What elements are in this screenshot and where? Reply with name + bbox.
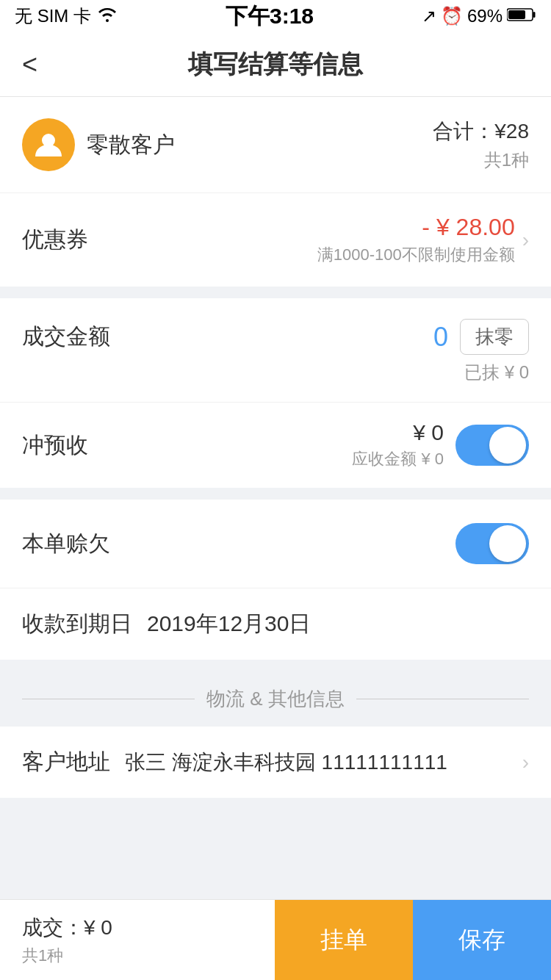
prereceive-label: 冲预收 xyxy=(22,430,88,461)
divider-line-right xyxy=(356,699,529,699)
back-button[interactable]: < xyxy=(22,49,37,80)
bottom-count: 共1种 xyxy=(22,945,253,967)
bottom-btn-group: 挂单 保存 xyxy=(275,900,551,980)
prereceive-toggle[interactable] xyxy=(455,425,529,466)
duedate-label: 收款到期日 xyxy=(22,609,132,639)
bottom-bar: 成交：¥ 0 共1种 挂单 保存 xyxy=(0,899,551,980)
coupon-row[interactable]: 优惠券 - ¥ 28.00 满1000-100不限制使用金额 › xyxy=(0,192,551,287)
bottom-info: 成交：¥ 0 共1种 xyxy=(0,914,275,967)
battery-percent: 69% xyxy=(467,6,503,26)
amount-row: 成交金额 0 抹零 xyxy=(0,298,551,361)
transaction-section: 成交金额 0 抹零 已抹 ¥ 0 冲预收 ¥ 0 应收金额 ¥ 0 xyxy=(0,298,551,488)
page-content: 零散客户 合计：¥28 共1种 优惠券 - ¥ 28.00 满1000-100不… xyxy=(0,97,551,893)
prereceive-row: 冲预收 ¥ 0 应收金额 ¥ 0 xyxy=(0,402,551,488)
customer-section: 零散客户 合计：¥28 共1种 优惠券 - ¥ 28.00 满1000-100不… xyxy=(0,97,551,287)
customer-count: 共1种 xyxy=(433,148,529,172)
duedate-row: 收款到期日 2019年12月30日 xyxy=(0,588,551,660)
debt-section: 本单赊欠 收款到期日 2019年12月30日 xyxy=(0,500,551,660)
amount-sub: 已抹 ¥ 0 xyxy=(0,361,551,402)
customer-right: 合计：¥28 共1种 xyxy=(433,118,529,172)
customer-name: 零散客户 xyxy=(87,130,175,160)
wifi-icon xyxy=(97,6,118,26)
debt-toggle[interactable] xyxy=(455,523,529,564)
customer-total: 合计：¥28 xyxy=(433,118,529,145)
coupon-desc: 满1000-100不限制使用金额 xyxy=(317,244,515,266)
svg-rect-2 xyxy=(508,10,525,19)
bottom-transaction-value: ¥ 0 xyxy=(84,916,112,939)
prereceive-amount: ¥ 0 xyxy=(352,420,444,445)
debt-label: 本单赊欠 xyxy=(22,529,110,559)
svg-rect-1 xyxy=(533,12,535,18)
avatar xyxy=(22,118,75,171)
alarm-icon: ⏰ xyxy=(441,6,463,26)
battery-icon xyxy=(507,6,536,26)
location-icon: ↗ xyxy=(422,6,436,26)
coupon-label: 优惠券 xyxy=(22,225,88,255)
divider-line-left xyxy=(22,699,195,699)
round-button[interactable]: 抹零 xyxy=(460,319,529,355)
status-right: ↗ ⏰ 69% xyxy=(422,6,536,26)
amount-right: 0 抹零 xyxy=(433,319,529,355)
logistics-divider: 物流 & 其他信息 xyxy=(0,671,551,727)
bottom-transaction-label: 成交： xyxy=(22,916,84,939)
status-left: 无 SIM 卡 xyxy=(15,4,118,28)
address-value: 张三 海淀永丰科技园 11111111111 xyxy=(125,749,522,777)
status-bar: 无 SIM 卡 下午3:18 ↗ ⏰ 69% xyxy=(0,0,551,32)
nav-bar: < 填写结算等信息 xyxy=(0,32,551,97)
coupon-right: - ¥ 28.00 满1000-100不限制使用金额 › xyxy=(317,214,529,266)
no-sim-text: 无 SIM 卡 xyxy=(15,4,91,28)
address-chevron-icon: › xyxy=(522,751,529,774)
chevron-right-icon: › xyxy=(522,228,529,252)
prereceive-right: ¥ 0 应收金额 ¥ 0 xyxy=(352,420,529,470)
customer-row: 零散客户 合计：¥28 共1种 xyxy=(0,97,551,192)
address-row[interactable]: 客户地址 张三 海淀永丰科技园 11111111111 › xyxy=(0,727,551,798)
nav-title: 填写结算等信息 xyxy=(188,48,363,82)
amount-value: 0 xyxy=(433,322,448,353)
amount-label: 成交金额 xyxy=(22,322,110,352)
duedate-value: 2019年12月30日 xyxy=(147,609,311,639)
logistics-text: 物流 & 其他信息 xyxy=(206,686,345,712)
debt-row: 本单赊欠 xyxy=(0,500,551,588)
coupon-amount: - ¥ 28.00 xyxy=(317,214,515,241)
prereceive-sub: 应收金额 ¥ 0 xyxy=(352,448,444,470)
customer-left: 零散客户 xyxy=(22,118,175,171)
bottom-transaction: 成交：¥ 0 xyxy=(22,914,253,942)
status-time: 下午3:18 xyxy=(226,1,314,32)
save-button[interactable]: 保存 xyxy=(413,900,551,980)
pending-button[interactable]: 挂单 xyxy=(275,900,413,980)
address-label: 客户地址 xyxy=(22,747,110,777)
